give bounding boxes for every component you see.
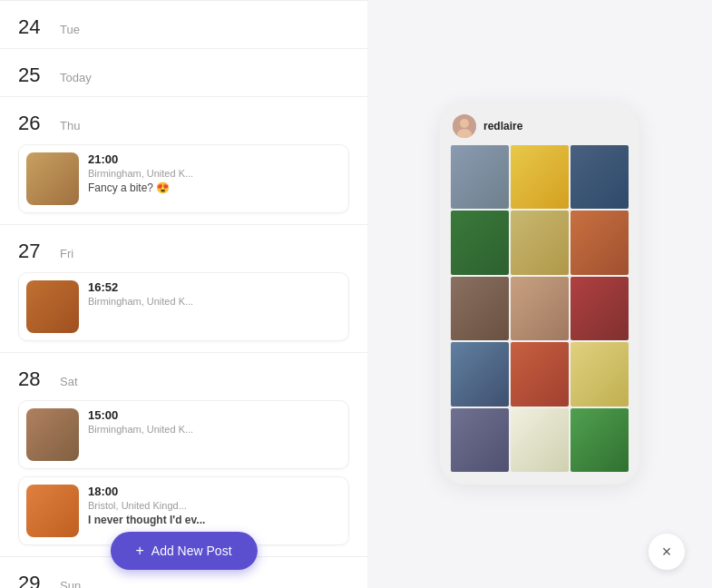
- post-location: Birmingham, United K...: [88, 168, 341, 179]
- post-caption: I never thought I'd ev...: [88, 514, 341, 526]
- post-info: 15:00 Birmingham, United K...: [88, 408, 341, 435]
- day-section-26: 26 Thu 21:00 Birmingham, United K... Fan…: [0, 96, 367, 224]
- day-name-27: Fri: [60, 247, 93, 260]
- add-new-post-button[interactable]: + Add New Post: [110, 532, 257, 570]
- post-caption: Fancy a bite? 😍: [88, 181, 341, 194]
- grid-cell: [451, 277, 509, 340]
- main-container: 24 Tue 25 Today 26 Thu 21:00 Bi: [0, 0, 712, 588]
- grid-cell: [451, 342, 509, 406]
- day-number-26: 26: [18, 112, 51, 135]
- post-thumbnail: [26, 280, 79, 333]
- calendar-panel: 24 Tue 25 Today 26 Thu 21:00 Bi: [0, 0, 367, 588]
- grid-cell: [571, 211, 629, 274]
- grid-cell: [571, 277, 629, 340]
- post-time: 21:00: [88, 152, 341, 166]
- grid-cell: [511, 277, 569, 340]
- post-thumbnail: [26, 485, 79, 537]
- photo-grid: [451, 145, 629, 474]
- grid-cell: [511, 145, 569, 209]
- post-time: 15:00: [88, 408, 341, 422]
- grid-cell: [571, 145, 629, 209]
- grid-cell: [451, 145, 509, 209]
- grid-cell: [451, 211, 509, 274]
- post-info: 21:00 Birmingham, United K... Fancy a bi…: [88, 152, 341, 194]
- post-location: Birmingham, United K...: [88, 296, 341, 307]
- phone-avatar: [453, 114, 476, 138]
- day-number-25: 25: [18, 64, 51, 87]
- day-name-29: Sun: [60, 579, 93, 588]
- phone-header: redlaire: [451, 114, 629, 138]
- day-section-27: 27 Fri 16:52 Birmingham, United K...: [0, 224, 367, 352]
- grid-cell: [511, 408, 569, 472]
- day-name-26: Thu: [60, 119, 93, 132]
- post-time: 16:52: [88, 280, 341, 294]
- post-thumbnail: [26, 408, 79, 461]
- post-info: 18:00 Bristol, United Kingd... I never t…: [88, 485, 341, 526]
- grid-cell: [511, 211, 569, 274]
- day-name-25: Today: [60, 71, 93, 84]
- plus-icon: +: [135, 543, 143, 559]
- day-number-28: 28: [18, 368, 51, 391]
- post-card[interactable]: 21:00 Birmingham, United K... Fancy a bi…: [18, 144, 349, 213]
- grid-cell: [511, 342, 569, 406]
- post-location: Bristol, United Kingd...: [88, 500, 341, 511]
- day-section-24: 24 Tue: [0, 0, 367, 48]
- post-card[interactable]: 15:00 Birmingham, United K...: [18, 400, 349, 469]
- day-section-28: 28 Sat 15:00 Birmingham, United K... 18:…: [0, 352, 367, 556]
- add-post-label: Add New Post: [151, 544, 232, 558]
- post-info: 16:52 Birmingham, United K...: [88, 280, 341, 307]
- close-icon: ×: [662, 543, 672, 562]
- post-card[interactable]: 16:52 Birmingham, United K...: [18, 272, 349, 341]
- day-number-29: 29: [18, 572, 51, 588]
- day-name-28: Sat: [60, 375, 93, 388]
- svg-point-1: [460, 119, 469, 128]
- post-time: 18:00: [88, 485, 341, 498]
- post-thumbnail: [26, 152, 79, 205]
- right-panel: redlaire: [367, 0, 712, 588]
- phone-username: redlaire: [483, 120, 522, 132]
- phone-mockup: redlaire: [440, 103, 639, 485]
- day-name-24: Tue: [60, 23, 93, 36]
- day-number-24: 24: [18, 15, 51, 39]
- grid-cell: [571, 408, 629, 472]
- grid-cell: [571, 342, 629, 406]
- day-section-25: 25 Today: [0, 48, 367, 96]
- day-number-27: 27: [18, 240, 51, 263]
- grid-cell: [451, 408, 509, 472]
- close-button[interactable]: ×: [649, 534, 685, 570]
- post-location: Birmingham, United K...: [88, 424, 341, 435]
